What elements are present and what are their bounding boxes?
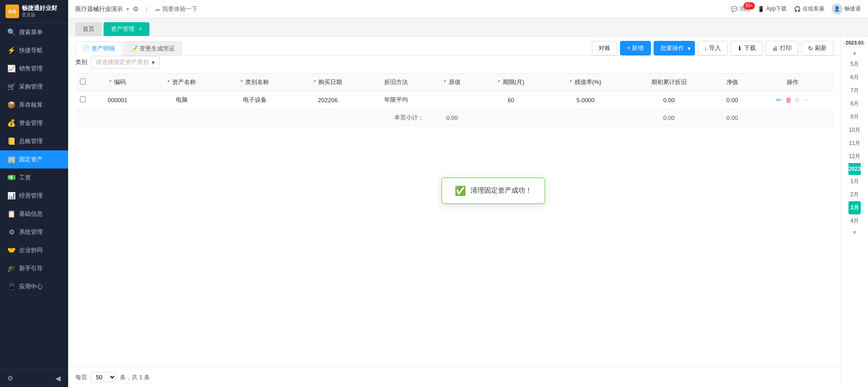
calendar-item-9月[interactable]: 9月 xyxy=(848,110,861,124)
calendar-item-4月[interactable]: 4月 xyxy=(848,214,861,228)
collapse-icon[interactable]: ◀ xyxy=(55,374,61,382)
sidebar-item-app-center[interactable]: 📱应用中心 xyxy=(0,278,68,296)
sidebar-item-label: 总账管理 xyxy=(19,137,43,145)
more-icon[interactable]: ⋯ xyxy=(803,96,809,104)
app-download-button[interactable]: 📱 App下载 xyxy=(758,5,787,13)
sidebar-item-fund[interactable]: 💰资金管理 xyxy=(0,114,68,132)
message-button[interactable]: 💬 消息 99+ xyxy=(731,5,750,13)
tab-close-icon[interactable]: × xyxy=(139,26,142,32)
calendar-item-2023[interactable]: 2023 xyxy=(848,163,861,175)
header-accumulated: 期初累计折旧 xyxy=(625,74,713,91)
sidebar-item-guide[interactable]: 🎓新手引导 xyxy=(0,259,68,278)
calendar-item-11月[interactable]: 11月 xyxy=(848,137,861,150)
header-period: * 期限(月) xyxy=(476,74,546,91)
sidebar-item-inventory[interactable]: 📦库存核算 xyxy=(0,96,68,114)
per-page-select[interactable]: 50 100 200 xyxy=(91,372,116,382)
new-button[interactable]: + 新增 xyxy=(620,41,650,55)
print-button[interactable]: 🖨 打印 xyxy=(765,41,799,55)
sidebar-item-system[interactable]: ⚙系统管理 xyxy=(0,223,68,241)
row-residual-rate: 5.0000 xyxy=(546,91,625,109)
tab-home[interactable]: 首页 xyxy=(75,22,102,36)
category-value: 请选择固定资产类别 xyxy=(96,58,149,66)
logo-icon: AtA xyxy=(5,5,19,18)
calendar-down-button[interactable]: ▼ xyxy=(841,228,868,238)
toast-message: 清理固定资产成功！ xyxy=(471,186,532,195)
assets-table: * 编码 * 资产名称 * 类别名称 xyxy=(75,73,833,127)
calendar-item-12月[interactable]: 12月 xyxy=(848,150,861,163)
category-select[interactable]: 请选择固定资产类别 ▾ xyxy=(91,56,160,69)
calendar-item-2月[interactable]: 2月 xyxy=(848,188,861,201)
settings-icon[interactable]: ⚙ xyxy=(7,374,13,382)
refresh-icon: ↻ xyxy=(808,45,813,52)
tab-asset-management[interactable]: 资产管理 × xyxy=(104,22,149,36)
table-area: * 编码 * 资产名称 * 类别名称 xyxy=(68,73,841,367)
sidebar-item-operations[interactable]: 📊经营管理 xyxy=(0,187,68,205)
copy-icon[interactable]: ⎘ xyxy=(795,96,799,104)
fixed-assets-icon: 🏢 xyxy=(7,155,15,164)
total-label: 条，共 1 条 xyxy=(120,373,150,382)
online-service-button[interactable]: 🎧 在线客服 xyxy=(794,5,824,13)
main-area: 医疗器械行业演示 ▾ ⚙ | ☁ 我要体验一下 💬 消息 99+ 📱 App下载… xyxy=(68,0,868,387)
sidebar-item-payroll[interactable]: 💵工资 xyxy=(0,169,68,187)
company-dropdown-icon[interactable]: ▾ xyxy=(126,6,129,12)
calendar-items: 5月6月7月8月9月10月11月12月20231月2月3月4月 xyxy=(848,58,861,228)
row-actions: ✏ 🗑 ⎘ ⋯ xyxy=(752,91,833,109)
user-area[interactable]: 👤 畅捷通 xyxy=(832,4,861,15)
pagination: 每页 50 100 200 条，共 1 条 xyxy=(68,367,841,387)
reconcile-button[interactable]: 对账 xyxy=(592,41,617,55)
subtotal-accumulated: 0.00 xyxy=(625,109,713,127)
content-area: 📄 资产明细 📝 变更生成凭证 对账 + 新增 批量操作 ▾ xyxy=(68,36,868,387)
row-checkbox[interactable] xyxy=(80,96,86,102)
sidebar-item-enterprise[interactable]: 🤝企业协同 xyxy=(0,241,68,259)
header-residual-rate: * 残值率(%) xyxy=(546,74,625,91)
select-all-checkbox[interactable] xyxy=(80,79,86,84)
sub-tab-voucher[interactable]: 📝 变更生成凭证 xyxy=(124,41,182,55)
sidebar: AtA 畅捷通好业财 普及版 🔍搜索菜单⚡快捷导航📈销售管理🛒采购管理📦库存核算… xyxy=(0,0,68,387)
sidebar-item-label: 库存核算 xyxy=(19,101,43,109)
sidebar-bottom: ⚙ ◀ xyxy=(0,369,68,387)
sidebar-item-quick-nav[interactable]: ⚡快捷导航 xyxy=(0,41,68,60)
table-wrap[interactable]: * 编码 * 资产名称 * 类别名称 xyxy=(68,73,841,367)
refresh-button[interactable]: ↻ 刷新 xyxy=(801,41,833,55)
calendar-item-10月[interactable]: 10月 xyxy=(848,124,861,137)
experience-button[interactable]: ☁ 我要体验一下 xyxy=(154,5,198,13)
download-button[interactable]: ⬇ 下载 xyxy=(730,41,763,55)
calendar-item-7月[interactable]: 7月 xyxy=(848,84,861,97)
edit-icon[interactable]: ✏ xyxy=(776,96,782,104)
header-purchase-date: * 购买日期 xyxy=(291,74,364,91)
calendar-expand-icon[interactable]: ▷ xyxy=(863,40,866,46)
table-row: 000001 电脑 电子设备 202206 年限平均 60 5.0000 0.0… xyxy=(75,91,833,109)
sales-icon: 📈 xyxy=(7,64,15,73)
page-content: 📄 资产明细 📝 变更生成凭证 对账 + 新增 批量操作 ▾ xyxy=(68,36,841,387)
sidebar-item-ledger[interactable]: 📒总账管理 xyxy=(0,132,68,150)
check-icon: ✅ xyxy=(455,185,466,196)
subtotal-net-value: 0.00 xyxy=(713,109,752,127)
settings-gear-icon[interactable]: ⚙ xyxy=(133,5,139,13)
sidebar-item-search[interactable]: 🔍搜索菜单 xyxy=(0,23,68,41)
calendar-collapse-left-icon[interactable]: ◁ xyxy=(843,40,847,46)
purchase-icon: 🛒 xyxy=(7,83,15,91)
table-header-row: * 编码 * 资产名称 * 类别名称 xyxy=(75,74,833,91)
filter-bar: 类别 请选择固定资产类别 ▾ xyxy=(68,56,841,73)
header-net-value: 净值 xyxy=(713,74,752,91)
delete-icon[interactable]: 🗑 xyxy=(785,96,792,104)
sidebar-item-purchase[interactable]: 🛒采购管理 xyxy=(0,78,68,96)
message-icon: 💬 xyxy=(731,6,738,12)
success-toast: ✅ 清理固定资产成功！ xyxy=(441,178,545,204)
calendar-up-button[interactable]: ▲ xyxy=(841,48,868,58)
sub-tab-asset-detail[interactable]: 📄 资产明细 xyxy=(75,41,122,56)
calendar-item-1月[interactable]: 1月 xyxy=(848,175,861,188)
sidebar-item-label: 快捷导航 xyxy=(19,46,43,55)
sidebar-item-sales[interactable]: 📈销售管理 xyxy=(0,60,68,78)
sidebar-item-fixed-assets[interactable]: 🏢固定资产 xyxy=(0,150,68,169)
calendar-item-8月[interactable]: 8月 xyxy=(848,97,861,110)
calendar-item-3月[interactable]: 3月 xyxy=(848,201,861,214)
inventory-icon: 📦 xyxy=(7,101,15,109)
calendar-item-6月[interactable]: 6月 xyxy=(848,71,861,84)
topbar-left: 医疗器械行业演示 ▾ ⚙ | ☁ 我要体验一下 xyxy=(75,5,198,13)
calendar-item-5月[interactable]: 5月 xyxy=(848,58,861,71)
batch-button[interactable]: 批量操作 ▾ xyxy=(654,41,695,55)
download-icon: ⬇ xyxy=(737,45,742,52)
sidebar-item-basic-info[interactable]: 📋基础信息 xyxy=(0,205,68,223)
import-button[interactable]: ↓ 导入 xyxy=(698,41,728,55)
